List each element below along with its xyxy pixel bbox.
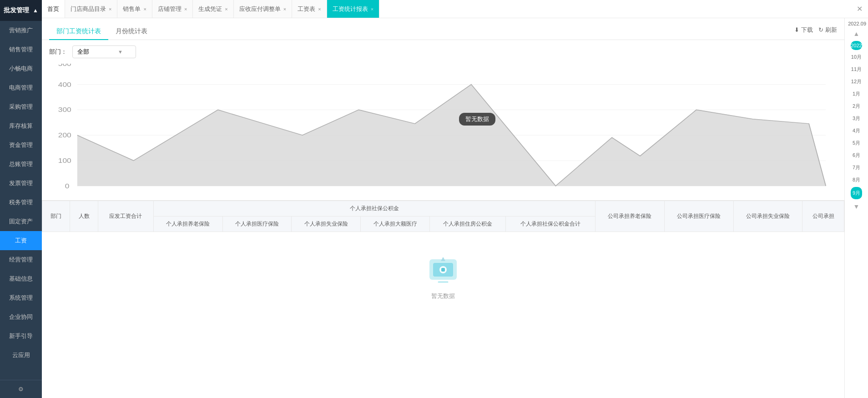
- col-total-wage: 应发工资合计: [98, 201, 153, 232]
- sidebar-item-库存核算[interactable]: 库存核算: [0, 116, 42, 136]
- col-company-unemployment: 公司承担失业保险: [733, 201, 802, 232]
- sidebar-item-基础信息[interactable]: 基础信息: [0, 269, 42, 288]
- settings-icon: ⚙: [18, 386, 24, 393]
- filter-bar: 部门： 全部 ▼: [42, 40, 844, 64]
- timeline-month-10月[interactable]: 10月: [849, 51, 863, 63]
- tab-close-icon[interactable]: ×: [371, 6, 373, 12]
- sidebar-item-企业协同[interactable]: 企业协同: [0, 307, 42, 327]
- tab-店铺管理[interactable]: 店铺管理×: [152, 0, 193, 18]
- sidebar-item-营销推广[interactable]: 营销推广: [0, 21, 42, 40]
- timeline-year-2022[interactable]: 2022: [851, 41, 862, 50]
- tab-label: 生成凭证: [198, 5, 222, 13]
- sidebar-item-小畅电商[interactable]: 小畅电商: [0, 59, 42, 78]
- chart-area: 0 100 200 300 400 500: [42, 64, 844, 200]
- tab-bar-close-button[interactable]: ✕: [851, 5, 868, 13]
- sidebar-item-资金管理[interactable]: 资金管理: [0, 136, 42, 155]
- sidebar-header[interactable]: 批发管理 ▲: [0, 0, 42, 21]
- tab-首页[interactable]: 首页: [42, 0, 65, 18]
- empty-text: 暂无数据: [431, 292, 455, 300]
- sidebar-collapse-icon[interactable]: ▲: [33, 7, 38, 14]
- download-button[interactable]: ⬇ 下载: [794, 26, 813, 34]
- sidebar-item-总账管理[interactable]: 总账管理: [0, 155, 42, 174]
- svg-text:200: 200: [58, 132, 71, 139]
- svg-marker-16: [441, 257, 445, 261]
- inner-content: 部门工资统计表 月份统计表 ⬇ 下载 ↻ 刷新: [42, 18, 844, 398]
- sidebar-item-发票管理[interactable]: 发票管理: [0, 174, 42, 193]
- svg-rect-15: [441, 268, 445, 272]
- col-company-pension: 公司承担养老保险: [595, 201, 664, 232]
- area-chart: 0 100 200 300 400 500: [49, 64, 837, 193]
- sidebar-item-新手引导[interactable]: 新手引导: [0, 327, 42, 346]
- tab-工资表[interactable]: 工资表×: [292, 0, 327, 18]
- chart-container: 0 100 200 300 400 500: [49, 64, 837, 193]
- col-personal-medical: 个人承担医疗保险: [222, 217, 292, 232]
- empty-state: 暂无数据: [42, 232, 844, 318]
- refresh-button[interactable]: ↻ 刷新: [818, 26, 837, 34]
- tab-label: 门店商品目录: [71, 5, 106, 13]
- col-personal-pension: 个人承担养老保险: [153, 217, 222, 232]
- tab-close-icon[interactable]: ×: [109, 6, 111, 12]
- timeline-month-2月[interactable]: 2月: [849, 100, 863, 112]
- tab-dept-salary[interactable]: 部门工资统计表: [49, 24, 108, 40]
- sub-tab-bar: 部门工资统计表 月份统计表 ⬇ 下载 ↻ 刷新: [42, 18, 844, 40]
- download-icon: ⬇: [794, 26, 799, 33]
- tab-close-icon[interactable]: ×: [283, 6, 286, 12]
- sidebar-item-固定资产[interactable]: 固定资产: [0, 212, 42, 231]
- col-personal-major-medical: 个人承担大额医疗: [361, 217, 430, 232]
- tab-close-icon[interactable]: ×: [225, 6, 227, 12]
- timeline-date-header: 2022.09: [845, 18, 868, 27]
- col-company-other: 公司承担: [802, 201, 844, 232]
- refresh-icon: ↻: [818, 26, 823, 33]
- data-table: 部门 人数 应发工资合计 个人承担社保公积金 公司承担养老保险 公司承担医疗保险…: [42, 201, 844, 232]
- col-group-personal: 个人承担社保公积金: [153, 201, 595, 217]
- timeline-month-4月[interactable]: 4月: [849, 125, 863, 137]
- tab-label: 销售单: [123, 5, 141, 13]
- tab-生成凭证[interactable]: 生成凭证×: [193, 0, 233, 18]
- sidebar-item-云应用[interactable]: 云应用: [0, 346, 42, 365]
- tab-label: 店铺管理: [158, 5, 182, 13]
- timeline-month-11月[interactable]: 11月: [849, 63, 863, 76]
- tab-工资统计报表[interactable]: 工资统计报表×: [327, 0, 379, 18]
- tab-close-icon[interactable]: ×: [143, 6, 146, 12]
- timeline-month-1月[interactable]: 1月: [849, 88, 863, 100]
- sidebar-item-经营管理[interactable]: 经营管理: [0, 250, 42, 269]
- svg-marker-11: [77, 85, 826, 186]
- tab-close-icon[interactable]: ×: [184, 6, 187, 12]
- dept-filter-label: 部门：: [49, 48, 67, 56]
- sidebar-item-销售管理[interactable]: 销售管理: [0, 40, 42, 59]
- tab-label: 首页: [47, 5, 59, 13]
- sidebar-item-系统管理[interactable]: 系统管理: [0, 288, 42, 307]
- timeline-up-arrow[interactable]: ▲: [845, 27, 868, 40]
- timeline-month-12月[interactable]: 12月: [849, 76, 863, 88]
- timeline-month-7月[interactable]: 7月: [849, 161, 863, 174]
- sidebar-item-采购管理[interactable]: 采购管理: [0, 97, 42, 116]
- col-personal-housing-fund: 个人承担住房公积金: [429, 217, 505, 232]
- timeline-down-arrow[interactable]: ▼: [845, 200, 868, 213]
- dept-filter-select[interactable]: 全部 ▼: [72, 45, 136, 58]
- sidebar-item-税务管理[interactable]: 税务管理: [0, 193, 42, 212]
- dept-filter-value: 全部: [77, 48, 89, 56]
- tab-monthly-stat[interactable]: 月份统计表: [108, 24, 155, 40]
- timeline-month-9月[interactable]: 9月: [851, 187, 862, 199]
- svg-text:500: 500: [58, 64, 71, 67]
- main-area: 首页门店商品目录×销售单×店铺管理×生成凭证×应收应付调整单×工资表×工资统计报…: [42, 0, 868, 398]
- timeline-month-3月[interactable]: 3月: [849, 112, 863, 125]
- tab-应收应付调整单[interactable]: 应收应付调整单×: [234, 0, 292, 18]
- tab-label: 工资统计报表: [333, 5, 368, 13]
- chevron-down-icon: ▼: [118, 49, 123, 55]
- tab-门店商品目录[interactable]: 门店商品目录×: [65, 0, 117, 18]
- empty-icon: [425, 250, 461, 287]
- col-count: 人数: [70, 201, 98, 232]
- sidebar-settings[interactable]: ⚙: [0, 380, 42, 398]
- sub-tab-actions: ⬇ 下载 ↻ 刷新: [794, 26, 837, 38]
- timeline-month-8月[interactable]: 8月: [849, 174, 863, 186]
- timeline-month-6月[interactable]: 6月: [849, 149, 863, 161]
- table-section: 部门 人数 应发工资合计 个人承担社保公积金 公司承担养老保险 公司承担医疗保险…: [42, 200, 844, 398]
- tab-close-icon[interactable]: ×: [318, 6, 321, 12]
- sidebar-title: 批发管理: [4, 6, 29, 15]
- timeline-panel: 2022.09 ▲ 202210月11月12月1月2月3月4月5月6月7月8月9…: [844, 18, 868, 398]
- sidebar-item-电商管理[interactable]: 电商管理: [0, 78, 42, 97]
- tab-销售单[interactable]: 销售单×: [117, 0, 152, 18]
- sidebar-item-工资[interactable]: 工资: [0, 231, 42, 250]
- timeline-month-5月[interactable]: 5月: [849, 137, 863, 149]
